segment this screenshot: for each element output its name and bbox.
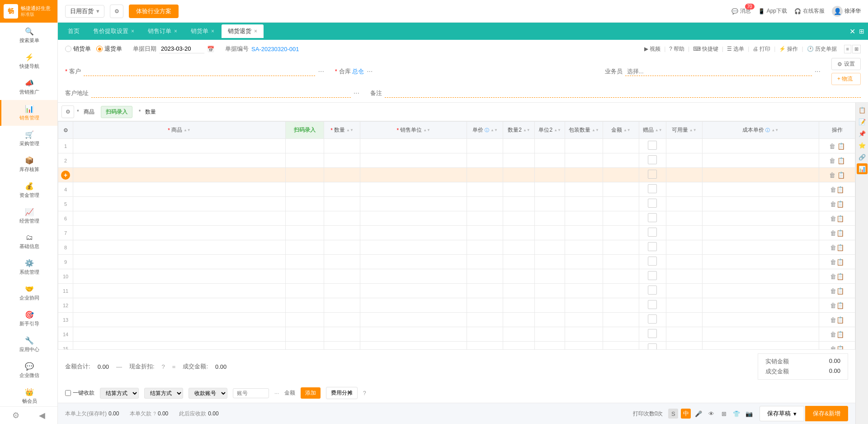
shortcut-link[interactable]: ⌨ 快捷键 [693, 45, 718, 53]
gift-checkbox-4[interactable] [648, 184, 657, 193]
add-payment-btn[interactable]: 添加 [301, 387, 321, 399]
experience-btn[interactable]: 体验行业方案 [129, 5, 179, 18]
footer-icon-3[interactable]: 🎤 [693, 409, 703, 419]
account-select[interactable]: 收款账号 [189, 388, 227, 399]
video-link[interactable]: ▶ 视频 [644, 45, 660, 53]
row-3-gift[interactable] [639, 168, 666, 182]
gift-checkbox-3[interactable] [648, 170, 657, 179]
calendar-icon[interactable]: 📅 [207, 46, 214, 52]
sidebar-item-shortcut[interactable]: ⚡ 快捷导航 [0, 48, 57, 74]
sort-gift-icon[interactable]: ▲▼ [655, 129, 662, 132]
right-panel-icon-3[interactable]: 📌 [857, 128, 868, 139]
radio-return[interactable]: 退货单 [96, 45, 122, 53]
row-2-price[interactable] [467, 153, 503, 168]
dropdown-arrow-icon[interactable]: ▾ [793, 410, 797, 417]
row-3-product[interactable] [73, 168, 286, 182]
right-panel-icon-2[interactable]: 📝 [857, 116, 868, 127]
app-download-btn[interactable]: 📱 App下载 [758, 7, 787, 15]
copy-btn-11[interactable]: 📋 [836, 287, 844, 295]
row-1-qty2[interactable] [503, 139, 535, 153]
delete-btn-7[interactable]: 🗑 [830, 229, 836, 237]
gift-checkbox-1[interactable] [648, 141, 657, 150]
help-link[interactable]: ? 帮助 [669, 45, 684, 53]
operate-link[interactable]: ⚡ 操作 [779, 45, 798, 53]
gift-checkbox-13[interactable] [648, 314, 657, 324]
copy-btn-10[interactable]: 📋 [836, 273, 844, 280]
tab-home[interactable]: 首页 [61, 24, 86, 38]
discount-help-icon[interactable]: ? [162, 363, 165, 370]
doc-no-link[interactable]: SA-20230320-001 [251, 46, 299, 52]
footer-icon-4[interactable]: 👁 [706, 409, 716, 419]
warehouse-dots-icon[interactable]: ··· [367, 67, 373, 76]
sidebar-item-finance[interactable]: 💰 资金管理 [0, 177, 57, 203]
select-bill-link[interactable]: ☰ 选单 [727, 45, 744, 53]
copy-btn-8[interactable]: 📋 [836, 244, 844, 251]
copy-btn-4[interactable]: 📋 [836, 186, 844, 193]
tab-close-sales-return[interactable]: × [254, 28, 257, 34]
sidebar-item-search[interactable]: 🔍 搜索菜单 [0, 23, 57, 48]
print-link[interactable]: 🖨 打印 [753, 45, 770, 53]
gift-checkbox-6[interactable] [648, 213, 657, 222]
onepay-input[interactable] [65, 390, 71, 396]
sidebar-item-appcenter[interactable]: 🔧 应用中心 [0, 332, 57, 357]
sidebar-item-wechat[interactable]: 💬 企业微信 [0, 357, 57, 383]
tabs-expand-btn[interactable]: ⊞ [859, 28, 864, 35]
sidebar-item-basic[interactable]: 🗂 基础信息 [0, 229, 57, 254]
settings-bottom-btn[interactable]: ⚙ [12, 410, 19, 420]
row-2-pack[interactable] [565, 153, 603, 168]
row-3-product-input[interactable] [76, 172, 283, 178]
row-2-sales-unit[interactable] [360, 153, 467, 168]
row-1-unit2[interactable] [535, 139, 565, 153]
logistics-btn[interactable]: + 物流 [831, 73, 861, 85]
settle-method-select[interactable]: 结算方式 [100, 388, 139, 399]
delete-btn-15[interactable]: 🗑 [830, 345, 836, 350]
sidebar-item-sales[interactable]: 📊 销售管理 [0, 100, 57, 126]
sort-product-icon[interactable]: ▲▼ [184, 129, 191, 132]
row-3-pack[interactable] [565, 168, 603, 182]
footer-icon-1[interactable]: S [668, 409, 678, 419]
customer-dots-icon[interactable]: ··· [318, 67, 324, 76]
sort-avail-icon[interactable]: ▲▼ [689, 129, 697, 132]
gift-checkbox-9[interactable] [648, 257, 657, 266]
copy-btn-7[interactable]: 📋 [836, 229, 844, 237]
date-input[interactable] [159, 44, 204, 53]
row-3-qty2[interactable] [503, 168, 535, 182]
row-2-unit2[interactable] [535, 153, 565, 168]
copy-btn-1[interactable]: 📋 [837, 143, 845, 150]
copy-btn-13[interactable]: 📋 [836, 316, 844, 324]
delete-btn-13[interactable]: 🗑 [830, 316, 836, 324]
row-2-quantity[interactable] [324, 153, 360, 168]
grid-view-btn[interactable]: ⊞ [852, 45, 861, 53]
fee-split-btn[interactable]: 费用分摊 [326, 387, 358, 399]
sort-amount-icon[interactable]: ▲▼ [623, 129, 631, 132]
delete-btn-2[interactable]: 🗑 [829, 157, 835, 164]
account-input[interactable] [233, 388, 269, 398]
settings-btn[interactable]: ⚙ 设置 [831, 58, 861, 70]
copy-btn-6[interactable]: 📋 [836, 215, 844, 222]
online-service-btn[interactable]: 🎧 在线客服 [794, 7, 825, 15]
footer-icon-5[interactable]: ⊞ [719, 409, 729, 419]
row-3-price[interactable] [467, 168, 503, 182]
delete-btn-1[interactable]: 🗑 [829, 143, 835, 150]
copy-btn-15[interactable]: 📋 [836, 345, 844, 350]
row-2-gift[interactable] [639, 153, 666, 168]
message-btn[interactable]: 💬 消息 70 [731, 7, 751, 15]
row-3-amount[interactable] [603, 168, 639, 182]
sidebar-item-marketing[interactable]: 📣 营销推广 [0, 74, 57, 100]
tabs-close-all-btn[interactable]: ✕ [849, 27, 855, 36]
scan-header-btn[interactable]: 扫码录入 [289, 124, 320, 136]
add-row-btn[interactable]: + [61, 171, 70, 180]
radio-delivery[interactable]: 销货单 [65, 45, 91, 53]
address-dots-icon[interactable]: ··· [354, 89, 359, 97]
list-view-btn[interactable]: ≡ [844, 45, 851, 53]
tab-sales-order[interactable]: 销售订单 × [142, 24, 184, 38]
sort-cost-icon[interactable]: ▲▼ [771, 129, 778, 132]
delete-btn-3[interactable]: 🗑 [829, 172, 835, 179]
fee-help-icon[interactable]: ? [363, 390, 366, 396]
copy-btn-12[interactable]: 📋 [836, 302, 844, 309]
row-1-product[interactable] [73, 139, 286, 153]
tab-close-sales-order[interactable]: × [174, 28, 177, 34]
sidebar-item-system[interactable]: ⚙️ 系统管理 [0, 254, 57, 280]
history-link[interactable]: 🕐 历史单据 [807, 45, 837, 53]
delete-btn-8[interactable]: 🗑 [830, 244, 836, 251]
